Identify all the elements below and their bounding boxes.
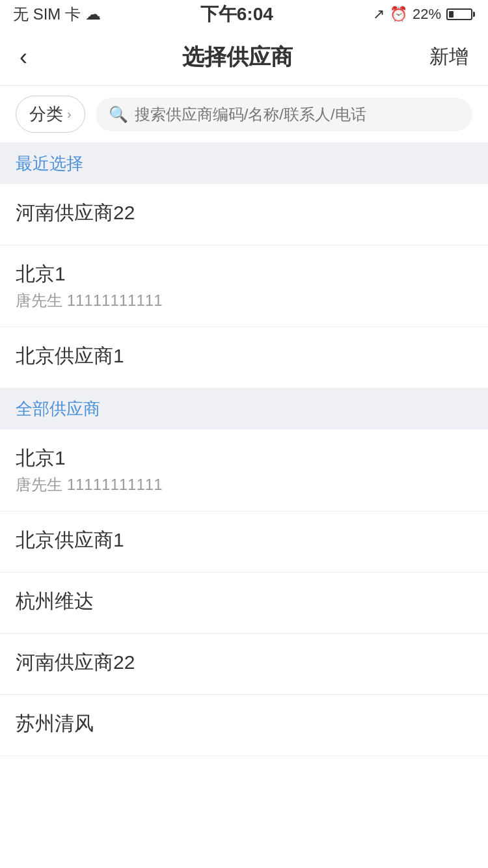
- add-button[interactable]: 新增: [416, 44, 468, 70]
- search-input[interactable]: [135, 105, 459, 124]
- list-item[interactable]: 北京供应商1: [0, 511, 488, 573]
- list-item[interactable]: 河南供应商22: [0, 634, 488, 695]
- back-button[interactable]: ‹: [20, 44, 59, 71]
- item-sub: 唐先生 11111111111: [16, 474, 472, 495]
- search-box[interactable]: 🔍: [96, 98, 472, 131]
- location-icon: ↗: [373, 6, 385, 23]
- category-button[interactable]: 分类 ›: [16, 96, 85, 133]
- item-name: 杭州维达: [16, 588, 472, 615]
- item-name: 北京1: [16, 261, 472, 288]
- item-name: 北京供应商1: [16, 343, 472, 370]
- status-bar: 无 SIM 卡 ☁ 下午6:04 ↗ ⏰ 22%: [0, 0, 488, 29]
- item-name: 河南供应商22: [16, 200, 472, 226]
- status-right: ↗ ⏰ 22%: [373, 6, 475, 23]
- list-item[interactable]: 北京1唐先生 11111111111: [0, 429, 488, 511]
- chevron-right-icon: ›: [67, 107, 72, 122]
- list-item[interactable]: 北京1唐先生 11111111111: [0, 245, 488, 327]
- list-item[interactable]: 河南供应商22: [0, 184, 488, 245]
- list-item[interactable]: 苏州清风: [0, 695, 488, 756]
- supplier-list: 最近选择河南供应商22北京1唐先生 11111111111北京供应商1全部供应商…: [0, 143, 488, 756]
- status-left: 无 SIM 卡 ☁: [13, 4, 101, 25]
- category-label: 分类: [29, 103, 63, 126]
- nav-bar: ‹ 选择供应商 新增: [0, 29, 488, 86]
- list-item[interactable]: 北京供应商1: [0, 327, 488, 388]
- no-sim-text: 无 SIM 卡 ☁: [13, 4, 101, 25]
- status-time: 下午6:04: [200, 2, 273, 27]
- battery-text: 22%: [413, 6, 441, 23]
- item-name: 苏州清风: [16, 711, 472, 737]
- battery-icon: [446, 8, 475, 20]
- list-item[interactable]: 杭州维达: [0, 573, 488, 634]
- page-title: 选择供应商: [182, 42, 293, 72]
- item-name: 河南供应商22: [16, 649, 472, 676]
- item-name: 北京1: [16, 445, 472, 472]
- filter-bar: 分类 › 🔍: [0, 86, 488, 143]
- item-name: 北京供应商1: [16, 527, 472, 554]
- section-header-recent: 最近选择: [0, 143, 488, 184]
- section-header-all: 全部供应商: [0, 388, 488, 429]
- item-sub: 唐先生 11111111111: [16, 290, 472, 311]
- search-icon: 🔍: [109, 105, 128, 124]
- alarm-icon: ⏰: [390, 6, 407, 23]
